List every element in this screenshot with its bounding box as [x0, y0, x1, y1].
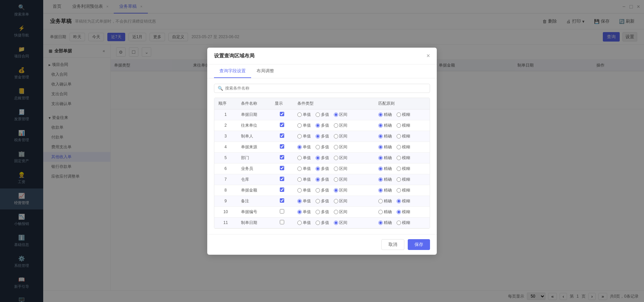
- type-radio-区间[interactable]: 区间: [334, 198, 347, 204]
- row-match: 精确模糊: [374, 174, 430, 185]
- type-radio-区间[interactable]: 区间: [334, 209, 347, 215]
- type-radio-多值[interactable]: 多值: [316, 133, 329, 139]
- match-radio-精确[interactable]: 精确: [378, 133, 392, 139]
- modal-save-button[interactable]: 保存: [408, 239, 430, 250]
- match-radio-精确[interactable]: 精确: [378, 123, 392, 128]
- row-order: 3: [214, 131, 237, 142]
- type-radio-单值[interactable]: 单值: [297, 177, 311, 182]
- modal-tab-fields[interactable]: 查询字段设置: [214, 65, 251, 78]
- match-radio-精确[interactable]: 精确: [378, 177, 392, 182]
- type-radio-区间[interactable]: 区间: [334, 133, 347, 139]
- match-radio-模糊[interactable]: 模糊: [397, 155, 410, 161]
- type-radio-单值[interactable]: 单值: [297, 220, 311, 226]
- show-checkbox[interactable]: [280, 155, 284, 159]
- row-show[interactable]: [271, 196, 293, 206]
- type-radio-单值[interactable]: 单值: [297, 187, 311, 193]
- modal-th-name: 条件名称: [237, 98, 271, 109]
- type-radio-多值[interactable]: 多值: [316, 144, 329, 150]
- row-type: 单值多值区间: [293, 217, 374, 228]
- row-show[interactable]: [271, 109, 293, 120]
- type-radio-多值[interactable]: 多值: [316, 187, 329, 193]
- type-radio-单值[interactable]: 单值: [297, 112, 311, 118]
- show-checkbox[interactable]: [280, 209, 284, 213]
- row-match: 精确模糊: [374, 142, 430, 152]
- show-checkbox[interactable]: [280, 144, 284, 149]
- show-checkbox[interactable]: [280, 198, 284, 203]
- row-name: 单据日期: [237, 109, 271, 120]
- match-radio-精确[interactable]: 精确: [378, 155, 392, 161]
- match-radio-精确[interactable]: 精确: [378, 220, 392, 226]
- match-radio-模糊[interactable]: 模糊: [397, 177, 410, 182]
- row-show[interactable]: [271, 174, 293, 185]
- match-radio-模糊[interactable]: 模糊: [397, 112, 410, 118]
- match-radio-精确[interactable]: 精确: [378, 209, 392, 215]
- modal-search-input[interactable]: [225, 86, 426, 91]
- show-checkbox[interactable]: [280, 166, 284, 170]
- row-order: 11: [214, 217, 237, 228]
- type-radio-单值[interactable]: 单值: [297, 209, 311, 215]
- row-name: 往来单位: [237, 120, 271, 131]
- type-radio-区间[interactable]: 区间: [334, 112, 347, 118]
- type-radio-单值[interactable]: 单值: [297, 155, 311, 161]
- row-show[interactable]: [271, 206, 293, 217]
- type-radio-多值[interactable]: 多值: [316, 198, 329, 204]
- type-radio-区间[interactable]: 区间: [334, 166, 347, 172]
- row-name: 仓库: [237, 174, 271, 185]
- show-checkbox[interactable]: [280, 112, 284, 116]
- match-radio-模糊[interactable]: 模糊: [397, 144, 410, 150]
- match-radio-模糊[interactable]: 模糊: [397, 220, 410, 226]
- match-radio-模糊[interactable]: 模糊: [397, 198, 410, 204]
- cancel-button[interactable]: 取消: [381, 239, 404, 250]
- modal-th-type: 条件类型: [293, 98, 374, 109]
- type-radio-多值[interactable]: 多值: [316, 155, 329, 161]
- type-radio-单值[interactable]: 单值: [297, 198, 311, 204]
- type-radio-单值[interactable]: 单值: [297, 133, 311, 139]
- row-show[interactable]: [271, 163, 293, 174]
- row-show[interactable]: [271, 131, 293, 142]
- type-radio-多值[interactable]: 多值: [316, 112, 329, 118]
- show-checkbox[interactable]: [280, 220, 284, 224]
- type-radio-多值[interactable]: 多值: [316, 123, 329, 128]
- type-radio-多值[interactable]: 多值: [316, 220, 329, 226]
- match-radio-精确[interactable]: 精确: [378, 144, 392, 150]
- type-radio-单值[interactable]: 单值: [297, 123, 311, 128]
- show-checkbox[interactable]: [280, 177, 284, 181]
- row-show[interactable]: [271, 120, 293, 131]
- match-radio-精确[interactable]: 精确: [378, 187, 392, 193]
- type-radio-区间[interactable]: 区间: [334, 177, 347, 182]
- show-checkbox[interactable]: [280, 187, 284, 192]
- modal-close-button[interactable]: ×: [426, 52, 430, 59]
- show-checkbox[interactable]: [280, 123, 284, 127]
- type-radio-区间[interactable]: 区间: [334, 220, 347, 226]
- match-radio-模糊[interactable]: 模糊: [397, 187, 410, 193]
- type-radio-区间[interactable]: 区间: [334, 187, 347, 193]
- row-show[interactable]: [271, 142, 293, 152]
- match-radio-模糊[interactable]: 模糊: [397, 209, 410, 215]
- match-radio-精确[interactable]: 精确: [378, 198, 392, 204]
- type-radio-区间[interactable]: 区间: [334, 155, 347, 161]
- match-radio-精确[interactable]: 精确: [378, 112, 392, 118]
- modal-tab-layout[interactable]: 布局调整: [251, 65, 279, 78]
- type-radio-多值[interactable]: 多值: [316, 209, 329, 215]
- type-radio-区间[interactable]: 区间: [334, 144, 347, 150]
- modal-body: 🔍 顺序 条件名称 显示 条件类型 匹配原则 1单据日期: [207, 78, 437, 234]
- type-radio-多值[interactable]: 多值: [316, 177, 329, 182]
- row-order: 9: [214, 196, 237, 206]
- type-radio-区间[interactable]: 区间: [334, 123, 347, 128]
- type-radio-多值[interactable]: 多值: [316, 166, 329, 172]
- row-order: 1: [214, 109, 237, 120]
- match-radio-模糊[interactable]: 模糊: [397, 123, 410, 128]
- row-match: 精确模糊: [374, 185, 430, 196]
- modal-table-wrapper: 顺序 条件名称 显示 条件类型 匹配原则 1单据日期单值多值区间精确模糊2往来单…: [214, 98, 430, 229]
- type-radio-单值[interactable]: 单值: [297, 166, 311, 172]
- row-show[interactable]: [271, 152, 293, 163]
- match-radio-模糊[interactable]: 模糊: [397, 166, 410, 172]
- show-checkbox[interactable]: [280, 133, 284, 138]
- match-radio-精确[interactable]: 精确: [378, 166, 392, 172]
- match-radio-模糊[interactable]: 模糊: [397, 133, 410, 139]
- row-name: 单据金额: [237, 185, 271, 196]
- row-type: 单值多值区间: [293, 196, 374, 206]
- row-show[interactable]: [271, 185, 293, 196]
- row-show[interactable]: [271, 217, 293, 228]
- type-radio-单值[interactable]: 单值: [297, 144, 311, 150]
